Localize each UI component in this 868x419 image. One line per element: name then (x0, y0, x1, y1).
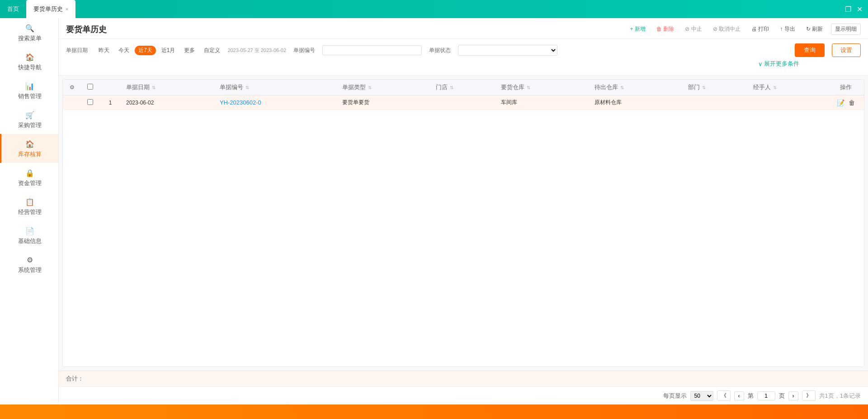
sidebar-item-system-mgmt[interactable]: ⚙ 系统管理 (0, 250, 58, 279)
page-size-select[interactable]: 50 20 100 200 (690, 391, 713, 401)
col-store[interactable]: 门店 ⇅ (431, 80, 496, 95)
expand-conditions-button[interactable]: ∨ 展开更多条件 (758, 60, 799, 68)
sort-icon: ⇅ (702, 85, 706, 90)
select-all-checkbox[interactable] (87, 84, 93, 90)
total-info: 共1页，1条记录 (819, 392, 861, 400)
page-label: 第 (748, 392, 754, 400)
main-layout: 🔍 搜索菜单 🏠 快捷导航 📊 销售管理 🛒 采购管理 🏠 库存核算 🔒 资金管… (0, 18, 868, 405)
close-icon[interactable]: ✕ (857, 5, 863, 14)
sidebar-item-label: 库存核算 (18, 150, 42, 158)
new-button[interactable]: + 新增 (627, 24, 648, 35)
print-button[interactable]: 🖨 打印 (749, 24, 772, 35)
settings-button[interactable]: 设置 (832, 43, 861, 57)
display-detail-button[interactable]: 显示明细 (831, 24, 861, 35)
sidebar-item-finance-mgmt[interactable]: 🔒 资金管理 (0, 163, 58, 192)
restore-icon[interactable]: ❐ (845, 5, 851, 14)
sidebar-item-label: 资金管理 (18, 179, 42, 187)
sidebar-item-label: 搜索菜单 (18, 34, 42, 43)
refresh-button[interactable]: ↻ 刷新 (803, 24, 826, 35)
tab-close-icon[interactable]: × (66, 6, 68, 12)
page-size-label: 每页显示 (663, 392, 687, 400)
filter-row-2: ∨ 展开更多条件 (66, 60, 861, 68)
bottom-bar (0, 405, 868, 419)
row-edit-icon[interactable]: 📝 (837, 99, 844, 106)
status-select[interactable] (458, 45, 557, 56)
date-opt-yesterday[interactable]: 昨天 (95, 46, 113, 55)
sort-icon: ⇅ (773, 85, 777, 90)
table-area: ⚙ 单据日期 ⇅ 单据编号 ⇅ (62, 79, 864, 367)
ops-icon: 📋 (25, 197, 34, 206)
sidebar-item-inventory[interactable]: 🏠 库存核算 (0, 134, 58, 163)
sidebar-item-label: 系统管理 (18, 266, 42, 274)
system-icon: ⚙ (25, 255, 34, 264)
date-opt-today[interactable]: 今天 (115, 46, 133, 55)
date-opt-more[interactable]: 更多 (180, 46, 198, 55)
row-settings-cell (63, 95, 81, 110)
footer-summary: 合计： (59, 371, 868, 386)
top-bar: 首页 要货单历史 × ❐ ✕ (0, 0, 868, 18)
doc-number-input[interactable] (322, 45, 422, 55)
sort-icon: ⇅ (245, 85, 249, 90)
main-table: ⚙ 单据日期 ⇅ 单据编号 ⇅ (63, 80, 864, 110)
sidebar-item-sales-mgmt[interactable]: 📊 销售管理 (0, 76, 58, 105)
row-department-cell (684, 95, 749, 110)
sidebar-item-label: 经营管理 (18, 208, 42, 216)
col-req-warehouse[interactable]: 要货仓库 ⇅ (496, 80, 590, 95)
col-doc-number[interactable]: 单据编号 ⇅ (215, 80, 338, 95)
export-button[interactable]: ↑ 导出 (777, 24, 797, 35)
col-settings[interactable]: ⚙ (63, 80, 81, 95)
sidebar-item-label: 采购管理 (18, 121, 42, 129)
date-opt-last1month[interactable]: 近1月 (158, 46, 179, 55)
col-num (99, 80, 122, 95)
stop-button[interactable]: ⊘ 中止 (682, 24, 704, 35)
doc-number-label: 单据编号 (293, 47, 315, 54)
sidebar-item-search-menu[interactable]: 🔍 搜索菜单 (0, 18, 58, 47)
sidebar-item-purchase-mgmt[interactable]: 🛒 采购管理 (0, 105, 58, 134)
date-opt-custom[interactable]: 自定义 (200, 46, 224, 55)
last-page-button[interactable]: 》 (802, 390, 816, 401)
filter-area: 单据日期 昨天 今天 近7天 近1月 更多 自定义 2023-05-27 至 2… (59, 39, 868, 76)
row-checkbox[interactable] (87, 99, 93, 105)
row-doc-date-cell: 2023-06-02 (122, 95, 215, 110)
table-row: 1 2023-06-02 YH-20230602-0 要货单要货 车间库 原材料… (63, 95, 864, 110)
expand-label: 展开更多条件 (764, 60, 799, 68)
date-range-display: 2023-05-27 至 2023-06-02 (227, 47, 286, 54)
window-actions: ❐ ✕ (840, 5, 868, 14)
tab-requisition-history[interactable]: 要货单历史 × (26, 0, 75, 18)
prev-page-button[interactable]: ‹ (734, 391, 744, 400)
page-number-input[interactable] (757, 391, 775, 400)
first-page-button[interactable]: 《 (717, 390, 731, 401)
col-department[interactable]: 部门 ⇅ (684, 80, 749, 95)
sort-icon: ⇅ (368, 85, 372, 90)
sort-icon: ⇅ (620, 85, 624, 90)
next-page-button[interactable]: › (788, 391, 798, 400)
date-opt-last7days[interactable]: 近7天 (135, 46, 156, 55)
sidebar-item-ops-mgmt[interactable]: 📋 经营管理 (0, 192, 58, 221)
chevron-down-icon: ∨ (758, 61, 763, 67)
page-header: 要货单历史 + 新增 🗑 删除 ⊘ 中止 ⊘ 取消中止 🖨 打印 ↑ 导出 ↻ … (59, 18, 868, 39)
row-num-cell: 1 (99, 95, 122, 110)
delete-button[interactable]: 🗑 删除 (654, 24, 677, 35)
purchase-icon: 🛒 (25, 110, 34, 119)
cancel-stop-button[interactable]: ⊘ 取消中止 (710, 24, 743, 35)
sort-icon: ⇅ (527, 85, 530, 90)
row-delete-icon[interactable]: 🗑 (849, 99, 855, 106)
finance-icon: 🔒 (25, 168, 34, 177)
row-req-warehouse-cell: 车间库 (496, 95, 590, 110)
row-operation-cell: 📝 🗑 (828, 95, 864, 110)
date-filter-label: 单据日期 (66, 47, 88, 54)
table-header-row: ⚙ 单据日期 ⇅ 单据编号 ⇅ (63, 80, 864, 95)
col-handler[interactable]: 经手人 ⇅ (749, 80, 828, 95)
col-doc-date[interactable]: 单据日期 ⇅ (122, 80, 215, 95)
tab-home[interactable]: 首页 (0, 0, 26, 18)
status-label: 单据状态 (429, 47, 451, 54)
filter-row-1: 单据日期 昨天 今天 近7天 近1月 更多 自定义 2023-05-27 至 2… (66, 43, 861, 57)
sidebar-item-quick-nav[interactable]: 🏠 快捷导航 (0, 47, 58, 76)
sales-icon: 📊 (25, 81, 34, 90)
col-checkbox (81, 80, 99, 95)
sidebar-item-basic-info[interactable]: 📄 基础信息 (0, 221, 58, 250)
doc-number-link[interactable]: YH-20230602-0 (220, 99, 261, 106)
col-pending-warehouse[interactable]: 待出仓库 ⇅ (590, 80, 684, 95)
query-button[interactable]: 查询 (795, 43, 825, 57)
col-doc-type[interactable]: 单据类型 ⇅ (338, 80, 431, 95)
